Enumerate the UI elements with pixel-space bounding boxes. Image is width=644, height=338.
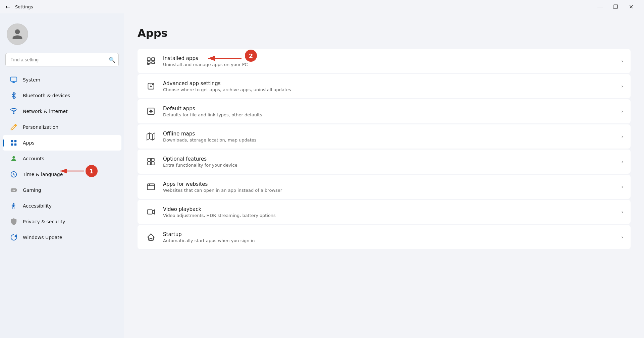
apps-icon xyxy=(9,138,18,147)
item-title-apps-for-websites: Apps for websites xyxy=(163,181,615,187)
svg-point-3 xyxy=(13,113,14,114)
item-title-optional-features: Optional features xyxy=(163,156,615,162)
svg-rect-4 xyxy=(11,140,13,142)
sidebar-label-accessibility: Accessibility xyxy=(23,203,52,209)
sidebar-label-system: System xyxy=(23,77,40,82)
svg-rect-31 xyxy=(148,162,151,165)
svg-rect-37 xyxy=(150,238,152,240)
page-title: Apps xyxy=(138,27,631,40)
sidebar-item-network[interactable]: Network & internet xyxy=(3,104,121,119)
sidebar-item-time[interactable]: Time & language xyxy=(3,167,121,182)
sidebar-item-gaming[interactable]: Gaming xyxy=(3,182,121,198)
default-icon xyxy=(145,105,157,117)
sidebar-item-apps[interactable]: Apps xyxy=(3,135,121,151)
svg-rect-0 xyxy=(11,77,17,81)
sidebar-label-bluetooth: Bluetooth & devices xyxy=(23,93,70,98)
advanced-icon xyxy=(145,80,157,92)
svg-point-25 xyxy=(150,110,152,113)
nav-list: System Bluetooth & devices Network & int… xyxy=(0,72,124,245)
video-icon xyxy=(145,206,157,218)
sidebar-label-privacy: Privacy & security xyxy=(23,219,65,224)
personalization-icon xyxy=(9,123,18,131)
websites-icon xyxy=(145,181,157,193)
chevron-icon-offline-maps: › xyxy=(621,134,623,139)
minimize-button[interactable]: — xyxy=(592,1,608,12)
svg-marker-26 xyxy=(147,133,155,140)
sidebar-label-network: Network & internet xyxy=(23,109,68,114)
settings-item-video-playback[interactable]: Video playback Video adjustments, HDR st… xyxy=(138,200,631,224)
svg-rect-7 xyxy=(14,144,16,146)
item-title-startup: Startup xyxy=(163,231,615,237)
svg-rect-18 xyxy=(147,62,150,63)
chevron-icon-default-apps: › xyxy=(621,109,623,114)
maps-icon xyxy=(145,130,157,143)
sidebar-label-apps: Apps xyxy=(23,140,35,146)
settings-item-offline-maps[interactable]: Offline maps Downloads, storage location… xyxy=(138,124,631,149)
sidebar-item-accessibility[interactable]: Accessibility xyxy=(3,198,121,214)
gaming-icon xyxy=(9,186,18,194)
badge-2: 2 xyxy=(245,50,257,62)
sidebar-item-accounts[interactable]: Accounts xyxy=(3,151,121,166)
user-profile[interactable] xyxy=(0,20,124,53)
accounts-icon xyxy=(9,154,18,163)
svg-rect-32 xyxy=(151,162,154,165)
bluetooth-icon xyxy=(9,91,18,100)
search-box[interactable]: 🔍 xyxy=(5,53,119,66)
chevron-icon-advanced-app-settings: › xyxy=(621,83,623,89)
item-desc-apps-for-websites: Websites that can open in an app instead… xyxy=(163,188,615,193)
main-content: Apps Installed apps Uninstall and manage… xyxy=(124,13,644,338)
svg-rect-36 xyxy=(147,210,152,214)
sidebar-item-bluetooth[interactable]: Bluetooth & devices xyxy=(3,88,121,103)
svg-rect-29 xyxy=(148,158,151,161)
sidebar-label-personalization: Personalization xyxy=(23,124,58,130)
window-title: Settings xyxy=(15,4,33,9)
windows-update-icon xyxy=(9,233,18,242)
item-title-video-playback: Video playback xyxy=(163,206,615,212)
user-icon xyxy=(11,28,23,40)
app-container: 🔍 System Bluetooth & devices Network & i… xyxy=(0,13,644,338)
avatar xyxy=(7,23,28,45)
sidebar: 🔍 System Bluetooth & devices Network & i… xyxy=(0,13,124,338)
search-input[interactable] xyxy=(5,53,119,66)
installed-icon xyxy=(145,55,157,67)
maximize-button[interactable]: ❐ xyxy=(608,1,623,12)
titlebar: ← Settings — ❐ ✕ xyxy=(0,0,644,13)
item-desc-default-apps: Defaults for file and link types, other … xyxy=(163,112,615,117)
settings-item-advanced-app-settings[interactable]: Advanced app settings Choose where to ge… xyxy=(138,74,631,98)
item-title-installed-apps: Installed apps xyxy=(163,55,615,61)
accessibility-icon xyxy=(9,202,18,210)
chevron-icon-optional-features: › xyxy=(621,159,623,164)
close-button[interactable]: ✕ xyxy=(623,1,639,12)
privacy-icon xyxy=(9,217,18,226)
sidebar-label-gaming: Gaming xyxy=(23,187,41,193)
svg-rect-33 xyxy=(147,184,155,189)
back-icon[interactable]: ← xyxy=(5,3,10,10)
startup-icon xyxy=(145,231,157,243)
sidebar-item-system[interactable]: System xyxy=(3,72,121,88)
svg-point-8 xyxy=(12,156,15,159)
svg-rect-30 xyxy=(151,158,154,161)
sidebar-item-personalization[interactable]: Personalization xyxy=(3,119,121,135)
settings-list: Installed apps Uninstall and manage apps… xyxy=(138,49,631,249)
chevron-icon-apps-for-websites: › xyxy=(621,184,623,189)
settings-item-startup[interactable]: Startup Automatically start apps when yo… xyxy=(138,225,631,249)
item-title-advanced-app-settings: Advanced app settings xyxy=(163,80,615,87)
sidebar-item-windows-update[interactable]: Windows Update xyxy=(3,230,121,245)
item-desc-installed-apps: Uninstall and manage apps on your PC xyxy=(163,62,615,67)
svg-rect-5 xyxy=(14,140,16,142)
settings-item-default-apps[interactable]: Default apps Defaults for file and link … xyxy=(138,99,631,123)
sidebar-label-windows-update: Windows Update xyxy=(23,235,62,240)
chevron-icon-startup: › xyxy=(621,234,623,240)
chevron-icon-video-playback: › xyxy=(621,209,623,215)
svg-point-15 xyxy=(13,203,14,204)
time-icon xyxy=(9,170,18,179)
svg-rect-6 xyxy=(11,144,13,146)
svg-point-14 xyxy=(14,190,15,191)
settings-item-installed-apps[interactable]: Installed apps Uninstall and manage apps… xyxy=(138,49,631,73)
sidebar-label-accounts: Accounts xyxy=(23,156,44,161)
optional-icon xyxy=(145,156,157,168)
sidebar-item-privacy[interactable]: Privacy & security xyxy=(3,214,121,229)
settings-item-apps-for-websites[interactable]: Apps for websites Websites that can open… xyxy=(138,175,631,199)
svg-rect-17 xyxy=(152,58,155,61)
settings-item-optional-features[interactable]: Optional features Extra functionality fo… xyxy=(138,150,631,174)
